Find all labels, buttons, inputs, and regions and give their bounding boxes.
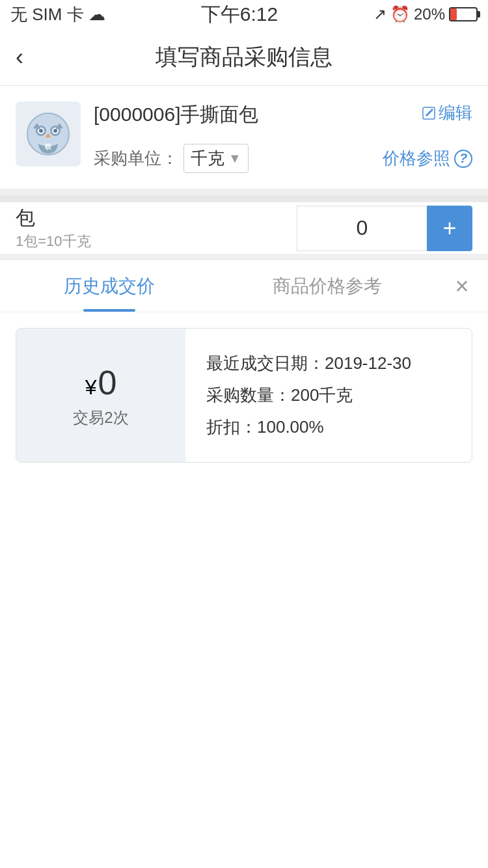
status-left: 无 SIM 卡 ☁ xyxy=(10,3,105,26)
purchase-qty-row: 采购数量：200千克 xyxy=(206,384,451,407)
price-card-right: 最近成交日期：2019-12-30 采购数量：200千克 折扣：100.00% xyxy=(185,329,472,462)
alarm-icon: ⏰ xyxy=(390,5,410,23)
recent-date-row: 最近成交日期：2019-12-30 xyxy=(206,352,451,375)
price-amount: 0 xyxy=(98,363,116,402)
recent-date-label: 最近成交日期： xyxy=(206,353,325,373)
discount-value: 100.00% xyxy=(257,417,324,437)
product-section: 联 [0000006]手撕面包 编辑 采购单位： 千克 ▼ xyxy=(0,86,488,195)
edit-icon xyxy=(422,106,436,120)
page-title: 填写商品采购信息 xyxy=(156,42,332,72)
price-ref-button[interactable]: 价格参照 ? xyxy=(383,147,472,170)
recent-date-value: 2019-12-30 xyxy=(325,353,411,373)
svg-point-5 xyxy=(39,129,43,133)
discount-row: 折扣：100.00% xyxy=(206,416,451,439)
svg-point-6 xyxy=(53,129,57,133)
price-transactions: 交易2次 xyxy=(73,407,128,428)
edit-label: 编辑 xyxy=(439,102,472,124)
purchase-qty-value: 200千克 xyxy=(291,385,353,405)
purchase-qty-label: 采购数量： xyxy=(206,385,291,405)
status-right: ↗ ⏰ 20% xyxy=(373,5,478,23)
unit-value: 千克 xyxy=(191,147,224,170)
tab-price-ref-label: 商品价格参考 xyxy=(273,274,382,299)
product-name: [0000006]手撕面包 xyxy=(94,102,258,128)
product-thumbnail: 联 xyxy=(16,102,81,167)
nav-bar: ‹ 填写商品采购信息 xyxy=(0,29,488,86)
tab-active-indicator xyxy=(83,309,135,312)
price-card-left: ¥ 0 交易2次 xyxy=(16,329,185,462)
battery-percent: 20% xyxy=(414,5,445,23)
owl-logo-icon: 联 xyxy=(25,111,71,157)
tab-history-price[interactable]: 历史成交价 xyxy=(0,260,218,312)
product-header: [0000006]手撕面包 编辑 xyxy=(94,102,472,128)
sim-text: 无 SIM 卡 ☁ xyxy=(10,3,105,26)
edit-button[interactable]: 编辑 xyxy=(422,102,472,124)
status-time: 下午6:12 xyxy=(201,1,278,28)
quantity-unit-text: 包 xyxy=(16,205,91,232)
svg-text:联: 联 xyxy=(44,143,52,150)
card-container: ¥ 0 交易2次 最近成交日期：2019-12-30 采购数量：200千克 折扣… xyxy=(0,312,488,478)
back-button[interactable]: ‹ xyxy=(16,44,23,71)
quantity-label: 包 1包=10千克 xyxy=(16,205,91,251)
quantity-equiv-text: 1包=10千克 xyxy=(16,232,91,251)
tab-history-label: 历史成交价 xyxy=(64,274,155,299)
status-bar: 无 SIM 卡 ☁ 下午6:12 ↗ ⏰ 20% xyxy=(0,0,488,29)
product-unit-row: 采购单位： 千克 ▼ 价格参照 ? xyxy=(94,144,472,173)
content-filler xyxy=(0,478,488,868)
product-thumb-inner: 联 xyxy=(25,111,71,157)
navigate-icon: ↗ xyxy=(373,5,386,23)
quantity-plus-button[interactable]: + xyxy=(427,206,472,251)
tab-product-price-ref[interactable]: 商品价格参考 xyxy=(218,260,436,312)
discount-label: 折扣： xyxy=(206,417,257,437)
section-divider xyxy=(0,195,488,202)
price-currency: ¥ xyxy=(85,375,97,400)
quantity-input[interactable] xyxy=(297,206,427,251)
price-ref-label: 价格参照 xyxy=(383,147,450,170)
quantity-input-group: + xyxy=(297,206,472,251)
battery-icon xyxy=(449,7,478,21)
product-info: [0000006]手撕面包 编辑 采购单位： 千克 ▼ 价格参照 ? xyxy=(94,102,472,173)
quantity-section: 包 1包=10千克 + xyxy=(0,202,488,260)
price-card: ¥ 0 交易2次 最近成交日期：2019-12-30 采购数量：200千克 折扣… xyxy=(16,328,472,463)
tabs-close-button[interactable]: × xyxy=(436,273,488,300)
unit-select[interactable]: 千克 ▼ xyxy=(183,144,249,173)
unit-label: 采购单位： xyxy=(94,147,178,170)
info-icon: ? xyxy=(454,150,472,168)
chevron-down-icon: ▼ xyxy=(228,151,241,166)
tabs-bar: 历史成交价 商品价格参考 × xyxy=(0,260,488,312)
